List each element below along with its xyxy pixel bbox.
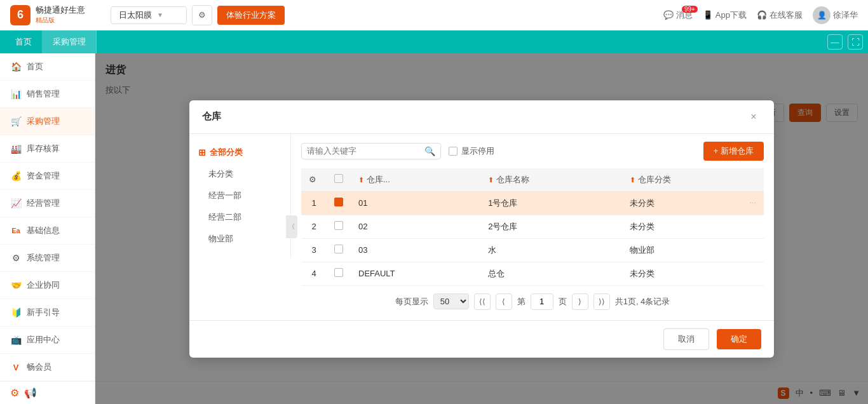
top-header: 6 畅捷通好生意 精品版 日太阳膜 ▼ ⚙ 体验行业方案 💬 消息 99+ 📱 …: [0, 0, 868, 30]
header-checkbox[interactable]: [334, 174, 343, 183]
sidebar-item-purchase[interactable]: 🛒 采购管理: [0, 108, 95, 135]
table-row[interactable]: 2 02 2号仓库 未分类: [301, 215, 764, 238]
gear-button[interactable]: ⚙: [192, 5, 212, 25]
last-page-btn[interactable]: ⟩⟩: [593, 293, 610, 310]
next-page-btn[interactable]: ⟩: [572, 293, 588, 310]
table-panel: 🔍 显示停用 + 新增仓库: [291, 134, 774, 320]
trial-button[interactable]: 体验行业方案: [217, 6, 285, 25]
dialog-footer: 取消 确定: [189, 320, 774, 358]
col-category: ⬆仓库分类: [622, 168, 764, 192]
show-disabled-toggle[interactable]: 显示停用: [449, 145, 494, 157]
add-warehouse-button[interactable]: + 新增仓库: [703, 142, 764, 161]
avatar-icon: 👤: [817, 11, 827, 20]
warehouse-dialog: 仓库 × ⊞ 全部分类 未分类 经营一部 经营: [189, 100, 774, 358]
page-size-select[interactable]: 50 100 200: [433, 293, 469, 309]
messages-item[interactable]: 💬 消息 99+: [663, 10, 693, 21]
sidebar-bottom-icon1[interactable]: ⚙: [10, 387, 19, 399]
category-item-unclassified[interactable]: 未分类: [189, 163, 290, 185]
per-page-label: 每页显示: [395, 296, 428, 307]
table-row[interactable]: 1 01 1号仓库 未分类···: [301, 191, 764, 215]
system-icon: ⚙: [10, 252, 22, 264]
category-item-property[interactable]: 物业部: [189, 228, 290, 250]
category-all[interactable]: ⊞ 全部分类: [189, 142, 290, 163]
sidebar-item-finance[interactable]: 💰 资金管理: [0, 163, 95, 190]
row-checkbox[interactable]: [327, 215, 351, 238]
row-category: 未分类: [622, 262, 764, 285]
row-checkbox-input[interactable]: [334, 245, 343, 253]
col-settings: ⚙: [301, 168, 327, 192]
row-name: 水: [480, 238, 622, 262]
nav-minimize-btn[interactable]: —: [827, 34, 843, 50]
sidebar-item-sales[interactable]: 📊 销售管理: [0, 81, 95, 108]
logo-icon: 6: [10, 5, 31, 25]
sidebar-item-operations[interactable]: 📈 经营管理: [0, 190, 95, 217]
row-category: 物业部: [622, 238, 764, 262]
sidebar-item-vip[interactable]: V 畅会员: [0, 354, 95, 381]
show-disabled-checkbox[interactable]: [449, 147, 458, 156]
row-checkbox-input[interactable]: [334, 198, 343, 206]
row-action-dots[interactable]: ···: [749, 198, 756, 207]
table-row[interactable]: 4 DEFAULT 总仓 未分类: [301, 262, 764, 285]
app-download-item[interactable]: 📱 App下载: [703, 10, 747, 21]
message-icon: 💬: [663, 10, 674, 20]
sort-name-icon: ⬆: [488, 176, 494, 184]
nav-tab-purchase[interactable]: 采购管理: [43, 30, 97, 53]
inventory-icon: 🏭: [10, 143, 22, 154]
row-num: 2: [301, 215, 327, 238]
search-toolbar: 🔍 显示停用 + 新增仓库: [301, 142, 764, 161]
col-code: ⬆仓库...: [351, 168, 480, 192]
apps-icon: 📺: [10, 334, 22, 346]
row-checkbox[interactable]: [327, 238, 351, 262]
total-info: 共1页, 4条记录: [615, 296, 670, 307]
nav-expand-btn[interactable]: ⛶: [848, 34, 863, 50]
sidebar-item-system[interactable]: ⚙ 系统管理: [0, 245, 95, 272]
sidebar-item-basics[interactable]: Ea 基础信息: [0, 217, 95, 245]
nav-bar: 首页 采购管理 — ⛶: [0, 30, 868, 53]
first-page-btn[interactable]: ⟨⟨: [474, 293, 491, 310]
row-name: 1号仓库: [480, 191, 622, 215]
category-collapse-btn[interactable]: 《: [286, 215, 297, 238]
table-row[interactable]: 3 03 水 物业部: [301, 238, 764, 262]
row-checkbox[interactable]: [327, 262, 351, 285]
sort-code-icon: ⬆: [358, 176, 364, 184]
sidebar-item-cooperation[interactable]: 🤝 企业协同: [0, 272, 95, 299]
store-selector[interactable]: 日太阳膜 ▼: [111, 6, 187, 24]
user-item[interactable]: 👤 徐泽华: [813, 6, 858, 24]
store-name: 日太阳膜: [119, 10, 152, 21]
row-checkbox-input[interactable]: [334, 268, 343, 277]
row-num: 4: [301, 262, 327, 285]
search-input[interactable]: [307, 146, 424, 156]
row-checkbox[interactable]: [327, 191, 351, 215]
row-checkbox-input[interactable]: [334, 221, 343, 230]
home-icon: 🏠: [10, 61, 22, 72]
category-item-op1[interactable]: 经营一部: [189, 185, 290, 206]
nav-tab-home[interactable]: 首页: [5, 30, 43, 53]
online-service-item[interactable]: 🎧 在线客服: [757, 10, 803, 21]
table-container: ⚙ ⬆仓库... ⬆仓库名称 ⬆仓库分类 1 01: [301, 168, 764, 286]
sidebar-item-guide[interactable]: 🔰 新手引导: [0, 299, 95, 327]
logo-text: 畅捷通好生意 精品版: [36, 5, 85, 25]
prev-page-btn[interactable]: ⟨: [496, 293, 512, 310]
logo-area: 6 畅捷通好生意 精品版: [10, 5, 105, 25]
col-settings-icon[interactable]: ⚙: [309, 175, 316, 184]
confirm-button[interactable]: 确定: [717, 329, 761, 349]
page-input[interactable]: [531, 293, 553, 310]
row-num: 3: [301, 238, 327, 262]
category-item-op2[interactable]: 经营二部: [189, 206, 290, 228]
search-box: 🔍: [301, 143, 441, 159]
sidebar-bottom-icon2[interactable]: 📢: [24, 387, 37, 399]
sidebar-item-home[interactable]: 🏠 首页: [0, 53, 95, 81]
sidebar: 🏠 首页 📊 销售管理 🛒 采购管理 🏭 库存核算 💰 资金管理 📈 经营管理 …: [0, 53, 95, 404]
sidebar-item-inventory[interactable]: 🏭 库存核算: [0, 135, 95, 163]
dialog-close-button[interactable]: ×: [746, 109, 761, 125]
cancel-button[interactable]: 取消: [663, 328, 709, 350]
app-download-label: App下载: [715, 10, 747, 21]
cooperation-icon: 🤝: [10, 279, 22, 291]
page-suffix-label: 页: [559, 296, 567, 307]
row-code: 03: [351, 238, 480, 262]
content-area: 进货 按以下 🖨 印 ↗ 导出 ↺ 刷新 查询 设置 仓库 ×: [95, 53, 868, 404]
sidebar-item-apps[interactable]: 📺 应用中心: [0, 327, 95, 354]
avatar: 👤: [813, 6, 831, 24]
search-icon: 🔍: [424, 146, 435, 156]
vip-icon: V: [10, 361, 22, 373]
